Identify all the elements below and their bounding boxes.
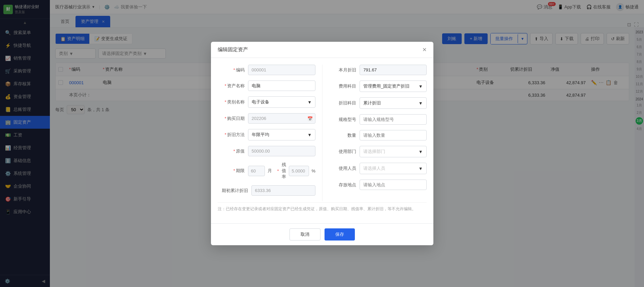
field-purchase-date: *购买日期 📅 (218, 113, 316, 124)
original-value-input[interactable] (248, 146, 316, 156)
field-location: 存放地点 (329, 180, 426, 190)
dialog-note: 注：已经存在变更记录或者对应固定资产已经生成凭证，原值、购买日期、残值率、累计折… (218, 202, 427, 217)
category-select[interactable]: 电子设备 ▼ (248, 96, 316, 108)
depreciation-account-label: 折旧科目 (329, 100, 356, 106)
category-label: *类别名称 (218, 99, 245, 105)
initial-accumulated-input[interactable] (251, 185, 316, 196)
depreciation-account-select[interactable]: 累计折旧 ▼ (360, 97, 426, 109)
location-label: 存放地点 (329, 182, 356, 188)
monthly-depreciation-label: 本月折旧 (329, 67, 356, 73)
dialog-close-btn[interactable]: ✕ (422, 46, 427, 53)
chevron-down-icon: ▼ (307, 100, 312, 105)
field-initial-accumulated: 期初累计折旧 (218, 185, 316, 196)
form-right: 本月折旧 费用科目 管理费用_固定资产折旧 ▼ (322, 65, 426, 201)
save-button[interactable]: 保存 (325, 228, 355, 241)
department-label: 使用部门 (329, 149, 356, 155)
expense-account-label: 费用科目 (329, 83, 356, 89)
field-asset-name: *资产名称 (218, 81, 316, 91)
original-value-label: *原值 (218, 148, 245, 154)
department-select[interactable]: 请选择部门 ▼ (360, 146, 426, 157)
chevron-down-icon: ▼ (419, 84, 423, 89)
period-residual-group: 月 * 残值率 % (248, 162, 316, 180)
field-code: *编码 (218, 65, 316, 75)
chevron-down-icon: ▼ (419, 166, 423, 171)
dialog-body: *编码 *资产名称 *类别名称 (211, 58, 433, 223)
field-original-value: *原值 (218, 146, 316, 156)
expense-account-select[interactable]: 管理费用_固定资产折旧 ▼ (360, 81, 426, 92)
spec-model-label: 规格型号 (329, 117, 356, 123)
asset-name-input[interactable] (248, 81, 316, 91)
chevron-down-icon: ▼ (419, 149, 423, 154)
chevron-down-icon: ▼ (419, 101, 423, 106)
spec-model-input[interactable] (360, 114, 426, 125)
initial-accumulated-label: 期初累计折旧 (218, 188, 248, 194)
field-period-residual: *期限 月 * 残值率 % (218, 162, 316, 180)
purchase-date-input-wrapper: 📅 (248, 113, 316, 124)
user-label: 使用人员 (329, 165, 356, 171)
residual-rate-input[interactable] (289, 166, 309, 176)
chevron-down-icon: ▼ (307, 132, 312, 137)
field-monthly-depreciation: 本月折旧 (329, 65, 426, 75)
field-category: *类别名称 电子设备 ▼ (218, 96, 316, 108)
dialog-overlay[interactable]: 编辑固定资产 ✕ *编码 *资产名称 (0, 0, 644, 287)
location-input[interactable] (360, 180, 426, 190)
code-label: *编码 (218, 67, 245, 73)
purchase-date-label: *购买日期 (218, 116, 245, 122)
period-label: *期限 (218, 168, 245, 174)
edit-fixed-asset-dialog: 编辑固定资产 ✕ *编码 *资产名称 (211, 42, 433, 245)
form-grid: *编码 *资产名称 *类别名称 (218, 65, 427, 201)
field-depreciation-account: 折旧科目 累计折旧 ▼ (329, 97, 426, 109)
depreciation-method-label: *折旧方法 (218, 132, 245, 138)
dialog-title: 编辑固定资产 (218, 46, 248, 53)
quantity-input[interactable] (360, 130, 426, 140)
dialog-header: 编辑固定资产 ✕ (211, 42, 433, 58)
quantity-label: 数量 (329, 132, 356, 138)
user-select[interactable]: 请选择人员 ▼ (360, 163, 426, 174)
field-depreciation-method: *折旧方法 年限平均 ▼ (218, 129, 316, 140)
calendar-icon[interactable]: 📅 (307, 116, 313, 121)
asset-name-label: *资产名称 (218, 83, 245, 89)
cancel-button[interactable]: 取消 (289, 228, 320, 241)
field-spec-model: 规格型号 (329, 114, 426, 125)
dialog-footer: 取消 保存 (211, 223, 433, 245)
depreciation-method-select[interactable]: 年限平均 ▼ (248, 129, 316, 140)
field-user: 使用人员 请选择人员 ▼ (329, 163, 426, 174)
field-quantity: 数量 (329, 130, 426, 140)
monthly-depreciation-input (360, 65, 426, 75)
field-department: 使用部门 请选择部门 ▼ (329, 146, 426, 157)
form-left: *编码 *资产名称 *类别名称 (218, 65, 323, 201)
period-input[interactable] (248, 166, 265, 176)
field-expense-account: 费用科目 管理费用_固定资产折旧 ▼ (329, 81, 426, 92)
code-input[interactable] (248, 65, 316, 75)
purchase-date-input[interactable] (248, 113, 316, 124)
